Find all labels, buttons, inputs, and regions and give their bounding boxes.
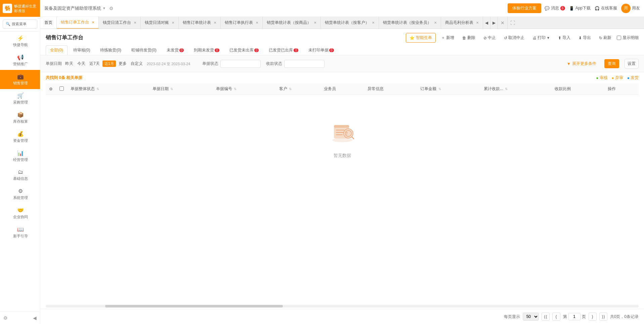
tab-cash-daily[interactable]: 钱货日清工作台 ✕ (99, 17, 141, 29)
pagination-first-button[interactable]: ⟨⟨ (542, 313, 550, 321)
sidebar-item-inventory[interactable]: 📦 库存核算 (0, 108, 40, 127)
tab-gross-profit[interactable]: 商品毛利分析表 ✕ (441, 17, 483, 29)
date-option-yesterday[interactable]: 昨天 (64, 60, 75, 67)
settings-bottom-button[interactable]: ⚙ (3, 315, 8, 321)
sidebar-item-enterprise[interactable]: 🤝 企业协同 (0, 204, 40, 223)
tab-close-sales-exec[interactable]: ✕ (256, 21, 258, 25)
system-title-area: 装备及固定资产辅助管理系统 ▼ ⚙ (44, 5, 504, 11)
tab-sales-workbench[interactable]: 销售订单工作台 ✕ (57, 17, 99, 29)
pagination-last-button[interactable]: ⟩⟩ (599, 313, 607, 321)
tab-sales-exec[interactable]: 销售订单执行表 ✕ (221, 17, 263, 29)
sort-collected-icon[interactable]: ⇅ (505, 87, 508, 91)
guide-icon: 📖 (17, 226, 24, 233)
online-service-button[interactable]: 🎧 在线客服 (595, 5, 617, 11)
cancel-stop-icon: ↺ (504, 36, 507, 40)
date-option-more[interactable]: 更多 (117, 60, 128, 67)
review-action-button[interactable]: ● 审核 (596, 75, 607, 81)
sort-status-icon[interactable]: ⇅ (96, 87, 99, 91)
tab-close-gross-profit[interactable]: ✕ (476, 21, 479, 25)
status-select[interactable] (220, 60, 261, 68)
tab-home[interactable]: 首页 (40, 17, 57, 29)
tab-close-all-button[interactable]: ✕ (498, 17, 508, 29)
tab-nav-left-button[interactable]: ◀ (483, 17, 490, 29)
message-button[interactable]: 💬 消息 6 (545, 5, 565, 11)
pagination-next-button[interactable]: ⟩ (589, 313, 597, 321)
horizontal-scrollbar[interactable] (46, 305, 639, 308)
scrollbar-thumb[interactable] (105, 305, 283, 308)
print-button[interactable]: 🖨 打印 ▼ (530, 33, 553, 42)
show-detail-checkbox[interactable] (617, 36, 621, 40)
tab-close-cash-reconcile[interactable]: ✕ (172, 21, 174, 25)
tab-sales-by-customer[interactable]: 销货单统计表（按客户） ✕ (321, 17, 379, 29)
tab-close-sales-stats[interactable]: ✕ (214, 21, 216, 25)
topbar-gear-icon[interactable]: ⚙ (109, 6, 114, 11)
tab-close-cash-daily[interactable]: ✕ (134, 21, 136, 25)
sort-date-icon[interactable]: ⇅ (170, 87, 173, 91)
refresh-button[interactable]: ↻ 刷新 (596, 33, 614, 42)
date-option-7days[interactable]: 近7天 (88, 60, 101, 67)
import-button[interactable]: ⬆ 导入 (555, 33, 573, 42)
per-page-select[interactable]: 50 (523, 313, 539, 321)
sub-tab-not-printed[interactable]: 未打印单据0 (304, 45, 338, 55)
search-menu-button[interactable]: 🔍 搜索菜单 (3, 19, 37, 29)
user-menu[interactable]: 用 用友 (621, 4, 640, 13)
sidebar-item-system[interactable]: ⚙ 系统管理 (0, 185, 40, 204)
expand-filter-button[interactable]: ▼ 展开更多条件 (567, 61, 596, 67)
system-title-dropdown[interactable]: 装备及固定资产辅助管理系统 ▼ (44, 5, 106, 11)
payment-select[interactable] (284, 60, 325, 68)
sort-customer-icon[interactable]: ⇅ (289, 87, 292, 91)
sub-tab-overdue-not-shipped[interactable]: 到期未发货0 (189, 45, 224, 55)
stop-button[interactable]: ⊘ 中止 (481, 33, 499, 42)
tab-close-by-staff[interactable]: ✕ (434, 21, 437, 25)
tab-close-by-customer[interactable]: ✕ (372, 21, 375, 25)
table-actions: ● 审核 ● 弃审 ● 发货 (596, 75, 639, 81)
sub-tab-shipped-out[interactable]: 已发货已出库0 (264, 45, 303, 55)
sidebar-item-purchase[interactable]: 🛒 采购管理 (0, 89, 40, 108)
date-option-today[interactable]: 今天 (76, 60, 87, 67)
export-button[interactable]: ⬇ 导出 (576, 33, 594, 42)
tab-sales-stats[interactable]: 销售订单统计表 ✕ (179, 17, 221, 29)
sub-tab-all[interactable]: 全部(0) (46, 45, 68, 55)
cancel-stop-button[interactable]: ↺ 取消中止 (501, 33, 527, 42)
sidebar-item-operations[interactable]: 📊 经营管理 (0, 147, 40, 166)
sidebar-item-guide[interactable]: 📖 新手引导 (0, 223, 40, 242)
smart-generate-button[interactable]: ⭐ 智能生单 (406, 33, 436, 43)
sidebar-item-marketing[interactable]: 📢 营销推广 (0, 51, 40, 70)
tab-maximize-button[interactable]: ⛶ (508, 17, 518, 29)
page-number-input[interactable] (568, 313, 581, 320)
settings-filter-button[interactable]: 设置 (625, 59, 639, 69)
add-icon: ＋ (441, 35, 445, 41)
column-checkbox[interactable] (56, 83, 67, 95)
sidebar-item-quick-nav[interactable]: ⚡ 快捷导航 (0, 32, 40, 51)
add-button[interactable]: ＋ 新增 (438, 33, 457, 42)
date-option-custom[interactable]: 自定义 (129, 60, 144, 67)
search-button[interactable]: 查询 (604, 59, 619, 68)
sub-tab-shipped-not-out[interactable]: 已发货未出库0 (225, 45, 263, 55)
sidebar-item-base-info[interactable]: 🗂 基础信息 (0, 166, 40, 185)
sort-amount-icon[interactable]: ⇅ (438, 87, 441, 91)
app-download-button[interactable]: 📱 App下载 (569, 5, 591, 11)
ship-action-button[interactable]: ● 发货 (627, 75, 639, 81)
tab-sales-by-product[interactable]: 销货单统计表（按商品） ✕ (263, 17, 321, 29)
sidebar-item-finance[interactable]: 💰 资金管理 (0, 127, 40, 147)
sub-tab-pending-review[interactable]: 待审核(0) (69, 45, 95, 55)
show-detail-checkbox-label[interactable]: 显示明细 (617, 35, 639, 41)
tab-nav-right-button[interactable]: ▶ (490, 17, 498, 29)
cancel-review-action-button[interactable]: ● 弃审 (612, 75, 623, 81)
date-option-1month[interactable]: 近1月 (102, 60, 116, 67)
delete-button[interactable]: 🗑 删除 (460, 33, 478, 42)
industry-solution-button[interactable]: 体验行业方案 (508, 3, 541, 13)
pagination-prev-button[interactable]: ⟨ (552, 313, 560, 321)
tab-cash-reconcile[interactable]: 钱货日清对账 ✕ (141, 17, 179, 29)
select-all-checkbox[interactable] (59, 86, 64, 91)
sort-number-icon[interactable]: ⇅ (234, 87, 237, 91)
tab-close-sales-workbench[interactable]: ✕ (92, 21, 94, 24)
sub-tab-wangpu-pending[interactable]: 旺铺待发货(0) (127, 45, 161, 55)
sidebar-item-sales[interactable]: 💼 销售管理 (0, 70, 40, 89)
column-settings[interactable]: ⚙ (46, 83, 56, 95)
collapse-sidebar-button[interactable]: ◀ (33, 315, 37, 321)
sub-tab-not-shipped[interactable]: 未发货0 (162, 45, 188, 55)
tab-close-by-product[interactable]: ✕ (314, 21, 316, 25)
tab-sales-by-staff[interactable]: 销货单统计表（按业务员） ✕ (379, 17, 441, 29)
sub-tab-pending-inspection[interactable]: 待拣验货(0) (96, 45, 126, 55)
